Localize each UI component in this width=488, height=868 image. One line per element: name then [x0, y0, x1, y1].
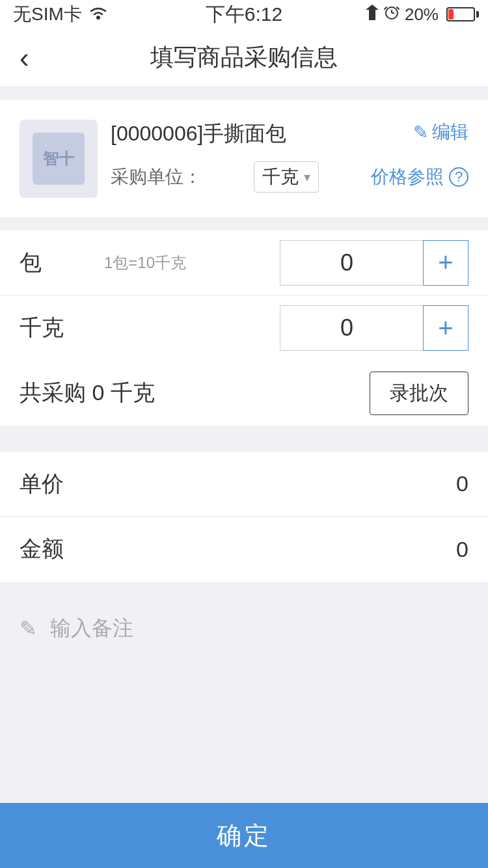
price-value: 0 — [456, 471, 468, 496]
dropdown-arrow-icon: ▾ — [304, 169, 310, 185]
bag-label: 包 — [20, 248, 98, 278]
product-thumbnail: 智十 — [33, 133, 85, 185]
price-ref-label: 价格参照 — [371, 165, 444, 189]
detail-section: 单价 0 金额 0 — [0, 452, 488, 582]
bag-sub-label: 1包=10千克 — [104, 252, 280, 273]
wifi-icon — [88, 4, 108, 25]
kg-quantity-input[interactable] — [280, 305, 423, 351]
battery-icon — [446, 7, 475, 21]
summary-total-unit: 千克 — [111, 380, 155, 405]
kg-input-wrapper: + — [280, 305, 468, 351]
kg-plus-button[interactable]: + — [423, 305, 468, 351]
bag-input-row: 包 1包=10千克 + — [0, 230, 488, 295]
bag-quantity-input[interactable] — [280, 240, 423, 286]
unit-value: 千克 — [262, 165, 299, 189]
purchase-unit-label: 采购单位： — [111, 165, 202, 189]
summary-row: 共采购 0 千克 录批次 — [0, 360, 488, 426]
amount-label: 金额 — [20, 534, 64, 564]
pencil-icon: ✎ — [20, 616, 37, 641]
bag-input-wrapper: + — [280, 240, 468, 286]
price-label: 单价 — [20, 469, 64, 499]
back-button[interactable]: ‹ — [20, 44, 29, 72]
svg-point-0 — [96, 16, 100, 20]
edit-button[interactable]: ✎ 编辑 — [413, 120, 468, 144]
product-info: [0000006]手撕面包 ✎ 编辑 采购单位： 千克 ▾ 价格参照 ? — [111, 120, 468, 193]
status-bar: 无SIM卡 下午6:12 — [0, 0, 488, 29]
kg-input-row: 千克 + — [0, 295, 488, 360]
price-ref-button[interactable]: 价格参照 ? — [371, 165, 468, 189]
amount-value: 0 — [456, 537, 468, 562]
product-name-row: [0000006]手撕面包 ✎ 编辑 — [111, 120, 468, 148]
confirm-button[interactable]: 确定 — [0, 803, 488, 868]
status-right: 20% — [366, 5, 475, 25]
amount-row: 金额 0 — [0, 517, 488, 582]
edit-icon: ✎ — [413, 122, 428, 143]
page-title: 填写商品采购信息 — [150, 42, 338, 74]
purchase-unit-row: 采购单位： 千克 ▾ 价格参照 ? — [111, 161, 468, 193]
price-row: 单价 0 — [0, 452, 488, 517]
product-image: 智十 — [20, 120, 98, 198]
product-name: [0000006]手撕面包 — [111, 120, 413, 148]
status-left: 无SIM卡 — [13, 2, 108, 27]
alarm-icon — [384, 5, 400, 25]
price-ref-help-icon: ? — [449, 167, 468, 187]
location-icon — [366, 5, 379, 25]
summary-text: 共采购 0 千克 — [20, 378, 155, 408]
summary-total-label: 共采购 — [20, 380, 86, 405]
input-section: 包 1包=10千克 + 千克 + — [0, 230, 488, 360]
bag-plus-button[interactable]: + — [423, 240, 468, 286]
battery-percent: 20% — [405, 5, 439, 25]
summary-total-value: 0 — [92, 380, 104, 405]
remark-section[interactable]: ✎ 输入备注 — [0, 595, 488, 662]
edit-label: 编辑 — [432, 120, 468, 144]
section-divider-1 — [0, 217, 488, 230]
nav-bar: ‹ 填写商品采购信息 — [0, 29, 488, 87]
status-time: 下午6:12 — [206, 1, 282, 28]
carrier-text: 无SIM卡 — [13, 2, 82, 27]
section-divider-2 — [0, 426, 488, 439]
record-batch-button[interactable]: 录批次 — [370, 372, 468, 415]
kg-label: 千克 — [20, 313, 98, 343]
remark-placeholder: 输入备注 — [50, 614, 133, 643]
product-card: 智十 [0000006]手撕面包 ✎ 编辑 采购单位： 千克 ▾ 价格参照 — [0, 100, 488, 217]
unit-selector[interactable]: 千克 ▾ — [254, 161, 319, 193]
